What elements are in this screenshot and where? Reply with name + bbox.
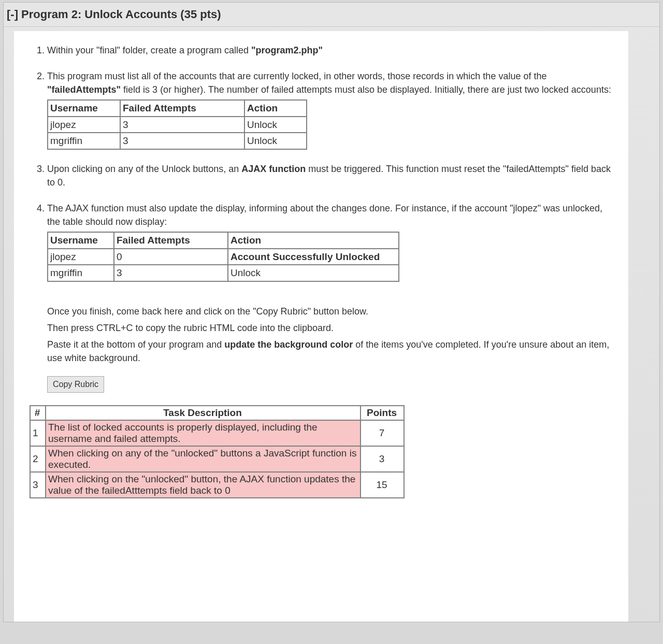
rubric-col-pts: Points xyxy=(361,406,404,420)
instr-line1: Once you finish, come back here and clic… xyxy=(47,305,618,318)
section-panel: [-] Program 2: Unlock Accounts (35 pts) … xyxy=(3,2,660,622)
step-3: Upon clicking on any of the Unlock butto… xyxy=(47,162,618,189)
rubric-desc: When clicking on the "unlocked" button, … xyxy=(46,472,361,498)
cell-username: mgriffin xyxy=(48,265,114,281)
rubric-desc: The list of locked accounts is properly … xyxy=(46,420,361,446)
cell-action: Account Successfully Unlocked xyxy=(228,249,399,265)
locked-accounts-table-after: Username Failed Attempts Action jlopez 0… xyxy=(47,232,399,282)
step-2-bold: "failedAttempts" xyxy=(47,84,121,95)
rubric-col-num: # xyxy=(30,406,46,420)
cell-username: jlopez xyxy=(48,249,114,265)
table-row: mgriffin 3 Unlock xyxy=(48,265,399,281)
step-1-bold: "program2.php" xyxy=(251,45,323,55)
step-3-text-a: Upon clicking on any of the Unlock butto… xyxy=(47,164,241,174)
instr-line2: Then press CTRL+C to copy the rubric HTM… xyxy=(47,321,618,335)
steps-list: Within your "final" folder, create a pro… xyxy=(35,44,618,282)
rubric-num: 3 xyxy=(30,472,46,498)
copy-rubric-button[interactable]: Copy Rubric xyxy=(47,376,104,393)
cell-failed: 3 xyxy=(120,133,244,149)
rubric-row: 3 When clicking on the "unlocked" button… xyxy=(30,472,404,498)
rubric-num: 2 xyxy=(30,446,46,472)
cell-username: jlopez xyxy=(48,117,120,133)
col-action: Action xyxy=(228,232,399,249)
step-3-bold: AJAX function xyxy=(241,164,306,174)
table-row: jlopez 3 Unlock xyxy=(48,117,307,133)
rubric-header-row: # Task Description Points xyxy=(30,406,404,420)
step-4-text: The AJAX function must also update the d… xyxy=(47,203,602,227)
step-4: The AJAX function must also update the d… xyxy=(47,202,618,282)
cell-failed: 0 xyxy=(114,249,228,265)
col-username: Username xyxy=(48,100,120,117)
step-2: This program must list all of the accoun… xyxy=(47,69,618,150)
step-1-text: Within your "final" folder, create a pro… xyxy=(47,45,251,55)
table-row: jlopez 0 Account Successfully Unlocked xyxy=(48,249,399,265)
cell-username: mgriffin xyxy=(48,133,120,149)
col-username: Username xyxy=(48,232,114,249)
rubric-pts: 7 xyxy=(361,420,404,446)
step-2-text-b: field is 3 (or higher). The number of fa… xyxy=(121,84,611,95)
content-area: Within your "final" folder, create a pro… xyxy=(14,31,628,622)
section-title: Program 2: Unlock Accounts (35 pts) xyxy=(21,8,221,21)
rubric-wrap: # Task Description Points 1 The list of … xyxy=(30,405,618,498)
cell-failed: 3 xyxy=(114,265,228,281)
rubric-num: 1 xyxy=(30,420,46,446)
table-header-row: Username Failed Attempts Action xyxy=(48,232,399,249)
cell-action: Unlock xyxy=(244,133,307,149)
section-header: [-] Program 2: Unlock Accounts (35 pts) xyxy=(4,3,659,27)
collapse-toggle[interactable]: [-] xyxy=(7,8,18,21)
rubric-col-desc: Task Description xyxy=(46,406,361,420)
col-failed: Failed Attempts xyxy=(114,232,228,249)
table-row: mgriffin 3 Unlock xyxy=(48,133,307,149)
cell-action: Unlock xyxy=(244,117,307,133)
table-header-row: Username Failed Attempts Action xyxy=(48,100,307,117)
step-2-text-a: This program must list all of the accoun… xyxy=(47,71,546,81)
rubric-pts: 3 xyxy=(361,446,404,472)
step-1: Within your "final" folder, create a pro… xyxy=(47,44,618,57)
page-root: [-] Program 2: Unlock Accounts (35 pts) … xyxy=(0,0,663,622)
col-failed: Failed Attempts xyxy=(120,100,244,117)
toggle-symbol: [-] xyxy=(7,8,18,21)
cell-action-bold: Account Successfully Unlocked xyxy=(230,251,380,262)
instr-line3-a: Paste it at the bottom of your program a… xyxy=(47,339,224,350)
cell-action: Unlock xyxy=(228,265,399,281)
rubric-pts: 15 xyxy=(361,472,404,498)
rubric-row: 1 The list of locked accounts is properl… xyxy=(30,420,404,446)
rubric-table: # Task Description Points 1 The list of … xyxy=(30,405,405,498)
rubric-desc: When clicking on any of the "unlocked" b… xyxy=(46,446,361,472)
locked-accounts-table-initial: Username Failed Attempts Action jlopez 3… xyxy=(47,99,307,150)
instr-line3-bold: update the background color xyxy=(224,339,353,350)
rubric-row: 2 When clicking on any of the "unlocked"… xyxy=(30,446,404,472)
col-action: Action xyxy=(244,100,307,117)
cell-failed: 3 xyxy=(120,117,244,133)
instr-line3: Paste it at the bottom of your program a… xyxy=(47,338,618,365)
